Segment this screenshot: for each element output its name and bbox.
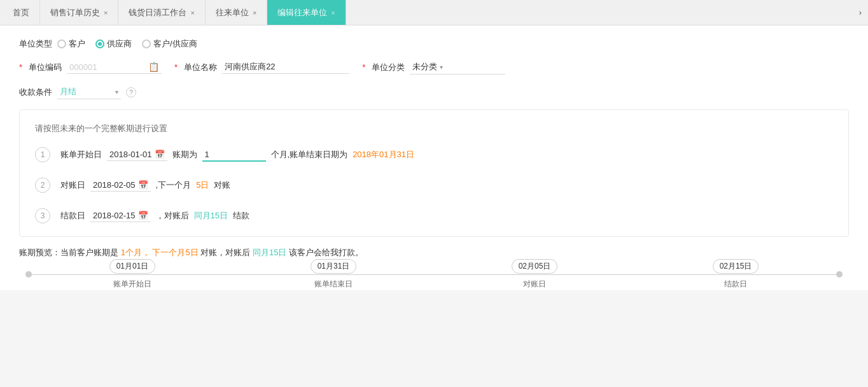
tab-sales-history[interactable]: 销售订单历史 × bbox=[40, 0, 118, 25]
card-section: 请按照未来的一个完整帐期进行设置 1 账单开始日 2018-01-01 📅 账期… bbox=[19, 109, 849, 237]
step-3-calendar-icon[interactable]: 📅 bbox=[138, 211, 148, 220]
tab-bar: 首页 销售订单历史 × 钱货日清工作台 × 往来单位 × 编辑往来单位 × › bbox=[0, 0, 868, 25]
tl-node-3-badge: 02月05日 bbox=[512, 259, 558, 274]
preview-part1: 1个月， bbox=[121, 248, 150, 257]
tl-node-4-label: 结款日 bbox=[724, 279, 747, 290]
tab-cash-work-close[interactable]: × bbox=[190, 9, 194, 17]
step-1-end-date: 2018年01月31日 bbox=[353, 149, 414, 160]
timeline-right-dot bbox=[836, 271, 843, 278]
step-1-date-wrapper[interactable]: 2018-01-01 📅 bbox=[107, 148, 167, 161]
tab-edit-partner-label: 编辑往来单位 bbox=[277, 7, 327, 18]
unit-category-group: * 单位分类 未分类 ▾ bbox=[362, 60, 505, 74]
step-3-date-wrapper[interactable]: 2018-02-15 📅 bbox=[90, 209, 151, 222]
radio-customer-circle bbox=[57, 39, 66, 48]
tab-edit-partner[interactable]: 编辑往来单位 × bbox=[267, 0, 346, 25]
tab-overflow-arrow[interactable]: › bbox=[853, 0, 868, 25]
step-3-label: 结款日 bbox=[60, 210, 85, 222]
step-2-highlight: 5日 bbox=[196, 179, 209, 191]
step-1-label: 账单开始日 bbox=[60, 149, 102, 160]
unit-code-copy-icon[interactable]: 📋 bbox=[148, 62, 159, 72]
unit-type-radio-group: 客户 供应商 客户/供应商 bbox=[57, 38, 197, 50]
tab-cash-work[interactable]: 钱货日清工作台 × bbox=[118, 0, 205, 25]
step-1-row: 1 账单开始日 2018-01-01 📅 账期为 个月,账单结束日期为 2018… bbox=[35, 147, 833, 162]
unit-name-group: * 单位名称 bbox=[174, 61, 349, 74]
tl-node-2: 01月31日 账单结束日 bbox=[311, 259, 357, 290]
step-2-row: 2 对账日 2018-02-05 📅 ,下一个月5日 对账 bbox=[35, 178, 833, 193]
tl-node-1-label: 账单开始日 bbox=[113, 279, 151, 290]
timeline-line: 01月01日 账单开始日 01月31日 账单结束日 02月05日 对账日 02月… bbox=[32, 274, 836, 275]
step-2-num: 2 bbox=[35, 178, 50, 193]
radio-both-label: 客户/供应商 bbox=[153, 38, 197, 50]
radio-both-circle bbox=[142, 39, 151, 48]
step-3-prefix: ，对账后 bbox=[156, 210, 189, 222]
step-2-date: 2018-02-05 bbox=[93, 180, 136, 190]
tl-node-1-badge: 01月01日 bbox=[109, 259, 156, 274]
timeline-left-dot bbox=[25, 271, 32, 278]
tl-node-4-badge: 02月15日 bbox=[713, 259, 759, 274]
step-1-period-label: 账期为 bbox=[172, 149, 197, 160]
step-3-content: 结款日 2018-02-15 📅 ，对账后 同月15日 结款 bbox=[60, 209, 249, 222]
step-1-calendar-icon[interactable]: 📅 bbox=[155, 150, 165, 159]
unit-type-row: 单位类型 客户 供应商 客户/供应商 bbox=[19, 38, 849, 50]
tl-node-2-badge: 01月31日 bbox=[311, 259, 357, 274]
payment-row: 收款条件 月结 ▾ ? bbox=[19, 85, 849, 99]
preview-part3: 同月15日 bbox=[253, 248, 286, 257]
unit-category-arrow: ▾ bbox=[440, 64, 443, 71]
payment-help-icon[interactable]: ? bbox=[126, 87, 136, 97]
unit-type-group: 单位类型 客户 供应商 客户/供应商 bbox=[19, 38, 197, 50]
tab-sales-history-close[interactable]: × bbox=[104, 9, 108, 17]
tab-edit-partner-close[interactable]: × bbox=[331, 9, 335, 17]
step-2-date-wrapper[interactable]: 2018-02-05 📅 bbox=[90, 179, 151, 192]
tl-node-4: 02月15日 结款日 bbox=[713, 259, 759, 290]
unit-info-row: * 单位编码 📋 * 单位名称 * 单位分类 未分类 ▾ bbox=[19, 60, 849, 74]
step-2-content: 对账日 2018-02-05 📅 ,下一个月5日 对账 bbox=[60, 179, 230, 192]
step-2-prefix: ,下一个月 bbox=[156, 179, 192, 191]
radio-supplier-label: 供应商 bbox=[107, 38, 132, 50]
tab-partner[interactable]: 往来单位 × bbox=[206, 0, 267, 25]
radio-supplier[interactable]: 供应商 bbox=[95, 38, 132, 50]
preview-part2: 下一个月5日 bbox=[152, 248, 198, 257]
card-hint: 请按照未来的一个完整帐期进行设置 bbox=[35, 123, 833, 134]
unit-code-star: * bbox=[19, 62, 22, 72]
unit-category-select[interactable]: 未分类 ▾ bbox=[410, 60, 505, 74]
radio-customer-label: 客户 bbox=[69, 38, 85, 50]
step-1-suffix: 个月,账单结束日期为 bbox=[271, 149, 348, 160]
step-3-date: 2018-02-15 bbox=[93, 211, 136, 220]
unit-code-input[interactable] bbox=[69, 62, 146, 72]
preview-end: 该客户会给我打款。 bbox=[289, 248, 363, 257]
unit-category-value: 未分类 bbox=[412, 61, 437, 73]
unit-category-label: 单位分类 bbox=[372, 62, 405, 73]
tl-node-1: 01月01日 账单开始日 bbox=[109, 259, 156, 290]
tab-partner-label: 往来单位 bbox=[216, 7, 249, 18]
tab-cash-work-label: 钱货日清工作台 bbox=[129, 7, 186, 18]
radio-customer[interactable]: 客户 bbox=[57, 38, 85, 50]
timeline-track: 01月01日 账单开始日 01月31日 账单结束日 02月05日 对账日 02月… bbox=[25, 271, 843, 278]
step-1-months-input[interactable] bbox=[202, 148, 266, 162]
radio-both[interactable]: 客户/供应商 bbox=[142, 38, 197, 50]
step-3-num: 3 bbox=[35, 208, 50, 223]
unit-code-label: 单位编码 bbox=[29, 62, 62, 73]
main-content: 单位类型 客户 供应商 客户/供应商 * 单位编码 bbox=[0, 25, 868, 290]
step-1-date: 2018-01-01 bbox=[109, 150, 152, 159]
unit-name-label: 单位名称 bbox=[184, 62, 217, 73]
payment-select[interactable]: 月结 ▾ bbox=[57, 85, 121, 99]
payment-label: 收款条件 bbox=[19, 87, 52, 98]
tl-node-3-label: 对账日 bbox=[523, 279, 546, 290]
tab-home-label: 首页 bbox=[13, 7, 29, 18]
payment-arrow: ▾ bbox=[115, 88, 118, 95]
step-1-content: 账单开始日 2018-01-01 📅 账期为 个月,账单结束日期为 2018年0… bbox=[60, 148, 414, 162]
radio-supplier-circle bbox=[95, 39, 104, 48]
tl-node-3: 02月05日 对账日 bbox=[512, 259, 558, 290]
step-2-suffix: 对账 bbox=[214, 179, 230, 191]
unit-type-label: 单位类型 bbox=[19, 38, 52, 50]
timeline-section: 01月01日 账单开始日 01月31日 账单结束日 02月05日 对账日 02月… bbox=[19, 271, 849, 278]
step-2-calendar-icon[interactable]: 📅 bbox=[138, 180, 148, 190]
step-3-highlight: 同月15日 bbox=[194, 210, 228, 222]
step-3-row: 3 结款日 2018-02-15 📅 ，对账后 同月15日 结款 bbox=[35, 208, 833, 223]
tab-home[interactable]: 首页 bbox=[0, 0, 40, 25]
tab-partner-close[interactable]: × bbox=[253, 9, 256, 17]
unit-name-input[interactable] bbox=[222, 61, 349, 74]
preview-middle: 对账，对账后 bbox=[200, 248, 250, 257]
unit-code-input-wrapper: 📋 bbox=[67, 60, 162, 74]
payment-group: 收款条件 月结 ▾ ? bbox=[19, 85, 136, 99]
